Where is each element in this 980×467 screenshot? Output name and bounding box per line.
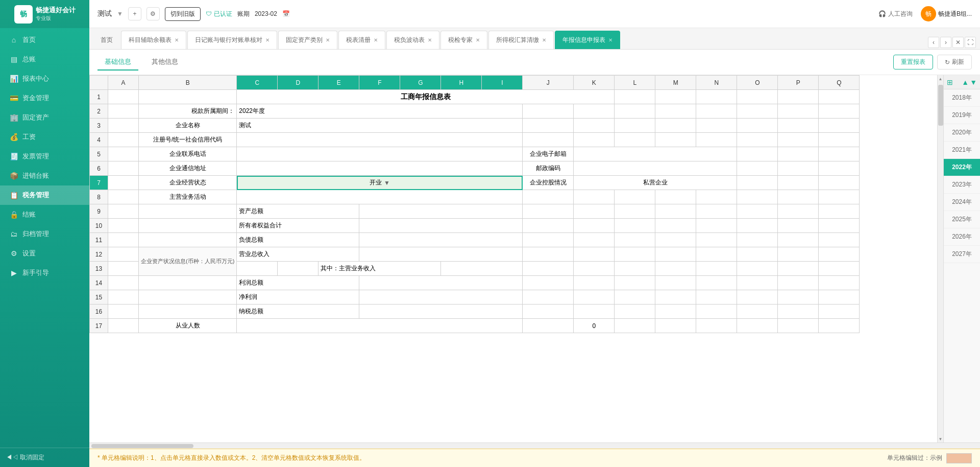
cell-5p[interactable] (778, 147, 819, 161)
cell-11c[interactable]: 负债总额 (237, 233, 359, 247)
cell-10p[interactable] (778, 219, 819, 233)
cell-13p[interactable] (778, 262, 819, 276)
cell-16l[interactable] (615, 305, 655, 319)
refresh-button[interactable]: ↻ 刷新 (937, 55, 972, 69)
col-header-c[interactable]: C (237, 76, 278, 90)
cell-10j[interactable] (523, 219, 574, 233)
cell-10c[interactable]: 所有者权益合计 (237, 219, 359, 233)
cell-16f[interactable] (359, 305, 523, 319)
cell-4b[interactable]: 注册号/统一社会信用代码 (139, 133, 237, 147)
cell-9a[interactable] (108, 204, 139, 219)
cell-9p[interactable] (778, 204, 819, 219)
cell-13h[interactable] (441, 262, 523, 276)
cell-3a[interactable] (108, 119, 139, 133)
cell-8c[interactable] (237, 190, 523, 204)
year-item-2018[interactable]: 2018年 (944, 89, 980, 107)
cell-6o[interactable] (737, 161, 778, 176)
cell-1n[interactable] (696, 90, 737, 104)
year-item-2024[interactable]: 2024年 (944, 194, 980, 211)
cell-11f[interactable] (359, 233, 523, 247)
row-header-12[interactable]: 12 (90, 247, 108, 262)
cell-5j[interactable]: 企业电子邮箱 (523, 147, 574, 161)
cell-2j[interactable] (523, 104, 574, 119)
cell-17b[interactable]: 从业人数 (139, 319, 237, 333)
cell-13q[interactable] (819, 262, 860, 276)
cell-4n[interactable] (696, 133, 737, 147)
cell-9b[interactable] (139, 204, 237, 219)
cell-1b[interactable] (139, 90, 237, 104)
cell-15q[interactable] (819, 290, 860, 305)
cell-3q[interactable] (819, 119, 860, 133)
cell-11l[interactable] (615, 233, 655, 247)
cell-17l[interactable] (615, 319, 655, 333)
col-header-m[interactable]: M (655, 76, 696, 90)
vertical-scrollbar[interactable]: ▲ ▼ (937, 75, 943, 442)
tab-other-info[interactable]: 其他信息 (144, 54, 185, 71)
tab-close-asset[interactable]: ✕ (326, 37, 330, 43)
cell-14a[interactable] (108, 276, 139, 290)
spreadsheet-area[interactable]: A B C D E F G H I J K L (89, 75, 937, 442)
cell-7q[interactable] (819, 176, 860, 190)
cell-4l[interactable] (615, 133, 655, 147)
tab-close-income[interactable]: ✕ (542, 37, 546, 43)
col-header-n[interactable]: N (696, 76, 737, 90)
cell-8b[interactable]: 主营业务活动 (139, 190, 237, 204)
sidebar-item-settings[interactable]: ⚙ 设置 (0, 244, 89, 263)
col-header-q[interactable]: Q (819, 76, 860, 90)
col-header-f[interactable]: F (359, 76, 400, 90)
cell-10f[interactable] (359, 219, 523, 233)
cell-16n[interactable] (696, 305, 737, 319)
cell-9f[interactable] (359, 204, 523, 219)
col-header-j[interactable]: J (523, 76, 574, 90)
year-item-2025[interactable]: 2025年 (944, 211, 980, 228)
cell-8a[interactable] (108, 190, 139, 204)
horizontal-scrollbar[interactable] (89, 442, 980, 449)
cell-15f[interactable] (359, 290, 523, 305)
cell-14p[interactable] (778, 276, 819, 290)
cell-12k[interactable] (574, 247, 615, 262)
cell-9m[interactable] (655, 204, 696, 219)
cell-14j[interactable] (523, 276, 574, 290)
cell-1q[interactable] (819, 90, 860, 104)
year-up-button[interactable]: ▲ (962, 78, 969, 86)
row-header-7[interactable]: 7 (90, 176, 108, 190)
calendar-icon[interactable]: 📅 (282, 10, 290, 17)
cell-7b[interactable]: 企业经营状态 (139, 176, 237, 190)
cell-1l[interactable] (615, 90, 655, 104)
cell-6p[interactable] (778, 161, 819, 176)
cell-5c[interactable] (237, 147, 523, 161)
sidebar-item-stock[interactable]: 📦 进销台账 (0, 166, 89, 185)
cell-2b[interactable]: 税款所属期间： (139, 104, 237, 119)
cell-16j[interactable] (523, 305, 574, 319)
tab-taxform[interactable]: 税表清册 ✕ (338, 31, 385, 49)
tab-expand-button[interactable]: ⛶ (965, 37, 976, 48)
cell-10m[interactable] (655, 219, 696, 233)
year-item-2021[interactable]: 2021年 (944, 142, 980, 159)
cell-12o[interactable] (737, 247, 778, 262)
sidebar-item-payroll[interactable]: 💰 工资 (0, 127, 89, 147)
cell-6j[interactable]: 邮政编码 (523, 161, 574, 176)
tab-close-taxwave[interactable]: ✕ (428, 37, 432, 43)
col-header-b[interactable]: B (139, 76, 237, 90)
cell-14m[interactable] (655, 276, 696, 290)
cell-17c[interactable] (237, 319, 523, 333)
cell-17a[interactable] (108, 319, 139, 333)
cell-12b-merged[interactable]: 企业资产状况信息(币种：人民币万元) (139, 247, 237, 276)
cell-14n[interactable] (696, 276, 737, 290)
cell-9l[interactable] (615, 204, 655, 219)
cell-11k[interactable] (574, 233, 615, 247)
cell-14f[interactable] (359, 276, 523, 290)
tab-close-taxform[interactable]: ✕ (374, 37, 378, 43)
cell-2q[interactable] (819, 104, 860, 119)
sidebar-item-home[interactable]: ⌂ 首页 (0, 30, 89, 50)
row-header-16[interactable]: 16 (90, 305, 108, 319)
cell-13d[interactable] (278, 262, 318, 276)
cell-17p[interactable] (778, 319, 819, 333)
cell-15j[interactable] (523, 290, 574, 305)
topbar-add-button[interactable]: + (128, 7, 141, 20)
cell-12c[interactable]: 营业总收入 (237, 247, 359, 262)
cell-11a[interactable] (108, 233, 139, 247)
sidebar-item-archive[interactable]: 🗂 归档管理 (0, 224, 89, 244)
cell-12m[interactable] (655, 247, 696, 262)
cell-9j[interactable] (523, 204, 574, 219)
